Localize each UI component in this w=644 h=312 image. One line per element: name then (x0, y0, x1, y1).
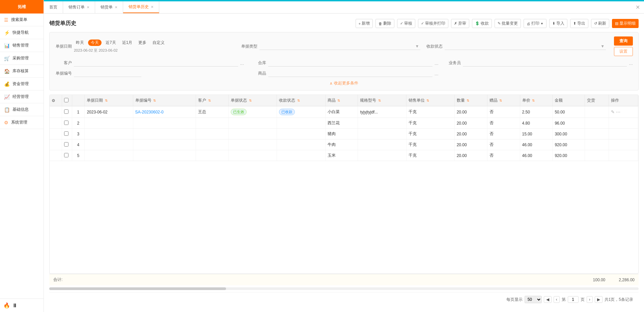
tab-sales-order[interactable]: 销售订单 ✕ (63, 1, 95, 13)
salesperson-input[interactable] (463, 59, 627, 67)
first-page-button[interactable]: ◀ (544, 296, 552, 303)
more-action-btn[interactable]: ⋯ (616, 109, 620, 114)
gear-cell[interactable] (50, 106, 62, 118)
goods-input[interactable] (268, 70, 432, 77)
query-button[interactable]: 查询 (614, 36, 633, 46)
row-checkbox[interactable] (64, 142, 68, 147)
sidebar-item-purchase-mgmt[interactable]: 🛒 采购管理 (0, 52, 44, 65)
row-checkbox[interactable] (64, 109, 68, 114)
pause-icon[interactable]: ⏸ (12, 303, 18, 309)
sidebar-item-sales-mgmt[interactable]: 📊 销售管理 (0, 39, 44, 52)
doc-no-link[interactable]: SA-20230602-0 (135, 110, 164, 114)
tab-home[interactable]: 首页 (44, 1, 63, 13)
date-tab-custom[interactable]: 自定义 (150, 40, 167, 46)
th-doc-date[interactable]: 单据日期 ⇅ (85, 95, 133, 106)
doc-no-input[interactable] (74, 70, 141, 77)
sidebar-item-finance[interactable]: 💰 资金管理 (0, 78, 44, 90)
th-spec[interactable]: 规格型号 ⇅ (358, 95, 406, 106)
row-checkbox[interactable] (64, 153, 68, 157)
customer-dots[interactable]: ... (240, 60, 244, 66)
tab-sales-goods[interactable]: 销货单 ✕ (95, 1, 123, 13)
th-doc-no[interactable]: 单据编号 ⇅ (133, 95, 196, 106)
fire-icon[interactable]: 🔥 (3, 302, 10, 309)
edit-action-btn[interactable]: ✎ (611, 109, 615, 114)
select-all-checkbox[interactable] (64, 98, 68, 102)
sidebar-item-operations[interactable]: 📈 经营管理 (0, 90, 44, 103)
th-goods[interactable]: 商品 ⇅ (325, 95, 358, 106)
gear-cell[interactable] (50, 129, 62, 139)
collapse-button[interactable]: ∧ 收起更多条件 (330, 80, 358, 86)
audit-button[interactable]: ✓ 审核 (397, 19, 415, 28)
gear-cell[interactable] (50, 139, 62, 150)
th-qty[interactable]: 数量 ⇅ (454, 95, 487, 106)
audit-print-button[interactable]: ✓ 审核并打印 (418, 19, 448, 28)
date-tab-yesterday[interactable]: 昨天 (74, 40, 86, 46)
doc-no-cell[interactable] (133, 150, 196, 161)
row-checkbox[interactable] (64, 131, 68, 136)
add-button[interactable]: + 新增 (356, 19, 373, 28)
action-cell[interactable] (609, 129, 638, 139)
print-button[interactable]: 🖨 打印 ▼ (524, 19, 547, 28)
date-tab-more[interactable]: 更多 (136, 40, 148, 46)
gear-cell[interactable] (50, 118, 62, 129)
th-unit-price[interactable]: 单价 ⇅ (520, 95, 553, 106)
action-cell[interactable] (609, 150, 638, 161)
sidebar-item-inventory[interactable]: 🏠 库存核算 (0, 65, 44, 78)
action-cell[interactable]: ✎⋯ (609, 106, 638, 118)
action-cell[interactable] (609, 118, 638, 129)
check-cell[interactable] (62, 106, 72, 118)
last-page-button[interactable]: ▶ (595, 296, 603, 303)
action-cell[interactable] (609, 139, 638, 150)
th-gear[interactable]: ⚙ (50, 95, 62, 106)
scrollbar-track[interactable] (49, 287, 639, 290)
payment-status-select[interactable]: ▼ (445, 43, 606, 50)
tab-close-sales-goods[interactable]: ✕ (115, 5, 117, 9)
tab-close-sales-history[interactable]: ✕ (151, 5, 153, 9)
salesperson-dots[interactable]: ... (629, 60, 633, 66)
page-size-select[interactable]: 50 10 20 100 (525, 296, 542, 303)
prev-page-button[interactable]: ‹ (554, 296, 560, 303)
doc-no-cell[interactable] (133, 129, 196, 139)
th-check[interactable] (62, 95, 72, 106)
refresh-button[interactable]: ↺ 刷新 (591, 19, 609, 28)
settings-button[interactable]: 设置 (614, 47, 633, 56)
date-tab-today[interactable]: 今天 (88, 40, 102, 46)
sidebar-item-basic-info[interactable]: 📋 基础信息 (0, 103, 44, 116)
check-cell[interactable] (62, 118, 72, 129)
abandon-button[interactable]: ✗ 弃审 (451, 19, 469, 28)
export-button[interactable]: ⬆ 导出 (570, 19, 588, 28)
goods-dots[interactable]: ... (435, 71, 439, 76)
date-tab-1month[interactable]: 近1月 (120, 40, 135, 46)
date-tab-7days[interactable]: 近7天 (104, 40, 118, 46)
show-detail-button[interactable]: ▤ 显示明细 (612, 19, 639, 28)
tab-sales-history[interactable]: 销货单历史 ✕ (123, 1, 159, 13)
check-cell[interactable] (62, 129, 72, 139)
sidebar-item-system-mgmt[interactable]: ⚙ 系统管理 (0, 116, 44, 129)
sidebar-item-search-menu[interactable]: ☰ 搜索菜单 (0, 14, 44, 26)
row-checkbox[interactable] (64, 121, 68, 125)
collect-button[interactable]: 💲 收款 (472, 19, 492, 28)
doc-no-cell[interactable] (133, 118, 196, 129)
tab-close-sales-order[interactable]: ✕ (87, 5, 89, 9)
doc-no-cell[interactable] (133, 139, 196, 150)
page-number-input[interactable] (568, 296, 579, 303)
warehouse-dots[interactable]: ... (435, 60, 439, 66)
th-gift[interactable]: 赠品 ⇅ (487, 95, 520, 106)
next-page-button[interactable]: › (587, 296, 593, 303)
import-button[interactable]: ⬇ 导入 (549, 19, 567, 28)
th-payment-status[interactable]: 收款状态 ⇅ (277, 95, 325, 106)
check-cell[interactable] (62, 150, 72, 161)
delete-button[interactable]: 🗑 删除 (375, 19, 394, 28)
batch-change-button[interactable]: ✎ 批量变更 (495, 19, 521, 28)
sidebar-item-quick-nav[interactable]: ⚡ 快捷导航 (0, 26, 44, 39)
th-doc-status[interactable]: 单据状态 ⇅ (229, 95, 277, 106)
customer-input[interactable] (74, 59, 238, 67)
scrollbar-thumb[interactable] (49, 287, 226, 290)
doc-no-cell[interactable]: SA-20230602-0 (133, 106, 196, 118)
th-unit[interactable]: 销售单位 ⇅ (406, 95, 454, 106)
close-all-tabs[interactable]: ✕ (632, 4, 644, 10)
warehouse-input[interactable] (268, 59, 432, 67)
doc-type-select[interactable]: ▼ (259, 43, 421, 50)
check-cell[interactable] (62, 139, 72, 150)
gear-cell[interactable] (50, 150, 62, 161)
